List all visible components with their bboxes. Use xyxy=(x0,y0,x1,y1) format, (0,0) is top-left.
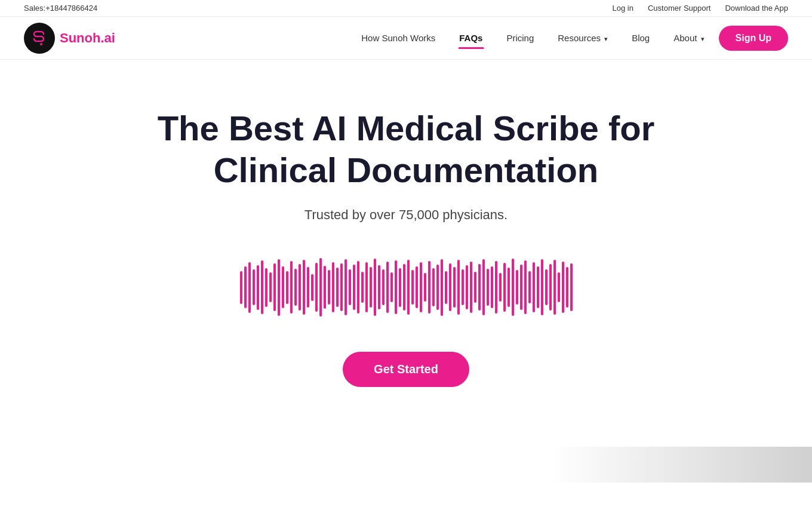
waveform-bar xyxy=(558,272,560,302)
waveform-bar xyxy=(269,272,272,302)
waveform-bar xyxy=(345,259,347,315)
hero-subheadline: Trusted by over 75,000 physicians. xyxy=(12,207,800,223)
waveform-bar xyxy=(553,260,556,315)
waveform-bar xyxy=(491,266,493,308)
waveform-bar xyxy=(403,264,405,311)
nav-pricing[interactable]: Pricing xyxy=(497,28,543,48)
waveform-bar xyxy=(311,274,313,301)
waveform-bar xyxy=(466,265,468,309)
waveform-bar xyxy=(353,265,355,310)
nav-blog[interactable]: Blog xyxy=(622,28,659,48)
waveform-bar xyxy=(570,263,573,311)
waveform-bar xyxy=(428,261,430,314)
waveform-bar xyxy=(424,273,426,302)
waveform-bar xyxy=(562,262,564,313)
waveform-bar xyxy=(261,260,263,314)
login-link[interactable]: Log in xyxy=(613,4,633,13)
top-bar: Sales:+18447866424 Log in Customer Suppo… xyxy=(0,0,812,17)
waveform-bar xyxy=(386,262,389,313)
waveform-bar xyxy=(244,266,247,308)
waveform-bar xyxy=(315,263,318,312)
customer-support-link[interactable]: Customer Support xyxy=(648,4,711,13)
sales-phone-link[interactable]: Sales:+18447866424 xyxy=(24,4,97,13)
waveform-bar xyxy=(462,269,464,305)
waveform-bar xyxy=(378,265,380,309)
waveform-bar xyxy=(286,271,288,304)
logo-icon xyxy=(24,23,55,54)
resources-dropdown-icon: ▾ xyxy=(604,35,608,42)
waveform-bar xyxy=(432,268,435,306)
nav-about[interactable]: About ▾ xyxy=(664,28,713,48)
waveform-bar xyxy=(416,266,418,308)
waveform-bar xyxy=(528,271,531,303)
waveform-bar xyxy=(294,269,297,306)
waveform-bar xyxy=(487,269,489,306)
waveform-bar xyxy=(474,272,476,303)
waveform-bar xyxy=(566,267,568,308)
waveform-bar xyxy=(478,264,481,311)
waveform-bar xyxy=(336,268,339,307)
waveform-bar xyxy=(420,262,422,312)
waveform-bar xyxy=(457,260,460,315)
waveform-bar xyxy=(307,267,309,308)
about-dropdown-icon: ▾ xyxy=(701,35,705,42)
waveform-bar xyxy=(240,271,242,304)
waveform-bar xyxy=(349,269,351,305)
logo-text: Sunoh.ai xyxy=(60,30,115,46)
waveform-bar xyxy=(290,261,293,314)
waveform-bar xyxy=(524,260,527,314)
waveform-bar xyxy=(495,261,497,314)
waveform-bar xyxy=(520,265,522,310)
waveform-bar xyxy=(533,262,535,312)
nav-links: How Sunoh Works FAQs Pricing Resources ▾… xyxy=(352,26,788,51)
footer-band xyxy=(0,447,812,483)
waveform-bar xyxy=(503,263,506,312)
top-bar-links: Log in Customer Support Download the App xyxy=(613,4,788,13)
waveform-bar xyxy=(399,268,401,307)
hero-section: The Best AI Medical Scribe for Clinical … xyxy=(0,60,812,423)
hero-headline: The Best AI Medical Scribe for Clinical … xyxy=(137,107,675,191)
waveform-bar xyxy=(512,259,514,316)
waveform-bar xyxy=(324,266,326,309)
nav-how-sunoh-works[interactable]: How Sunoh Works xyxy=(352,28,445,48)
waveform-bar xyxy=(516,270,518,305)
waveform-bar xyxy=(357,261,359,314)
waveform-bar xyxy=(282,266,284,308)
waveform-bar xyxy=(265,268,267,307)
waveform-bar xyxy=(303,260,305,315)
sales-phone[interactable]: Sales:+18447866424 xyxy=(24,4,97,13)
waveform-bar xyxy=(248,262,251,313)
nav-faqs[interactable]: FAQs xyxy=(450,28,492,48)
waveform-bar xyxy=(253,269,255,305)
waveform-bar xyxy=(407,260,410,315)
waveform-bar xyxy=(545,269,548,305)
logo[interactable]: Sunoh.ai xyxy=(24,23,115,54)
waveform-bar xyxy=(549,264,552,311)
waveform-bar xyxy=(328,270,330,305)
waveform-bar xyxy=(299,264,301,311)
waveform-bar xyxy=(361,272,364,303)
waveform-bar xyxy=(436,265,439,310)
get-started-button[interactable]: Get Started xyxy=(343,352,469,387)
waveform-bar xyxy=(449,263,451,311)
waveform xyxy=(12,251,800,323)
waveform-bar xyxy=(453,267,456,308)
waveform-bar xyxy=(382,269,385,305)
waveform-bar xyxy=(441,259,443,316)
svg-point-0 xyxy=(40,43,42,45)
waveform-bar xyxy=(541,259,543,315)
nav-resources[interactable]: Resources ▾ xyxy=(548,28,617,48)
waveform-bar xyxy=(445,271,447,304)
waveform-bar xyxy=(470,262,472,313)
waveform-bar xyxy=(508,268,510,307)
waveform-bar xyxy=(365,262,368,312)
waveform-bar xyxy=(257,265,259,310)
waveform-bar xyxy=(278,259,280,316)
download-app-link[interactable]: Download the App xyxy=(725,4,788,13)
waveform-bar xyxy=(374,259,376,316)
waveform-bar xyxy=(340,263,343,311)
waveform-bar xyxy=(482,259,485,315)
waveform-bar xyxy=(273,263,276,311)
waveform-bar xyxy=(537,266,539,308)
signup-button[interactable]: Sign Up xyxy=(719,26,788,51)
